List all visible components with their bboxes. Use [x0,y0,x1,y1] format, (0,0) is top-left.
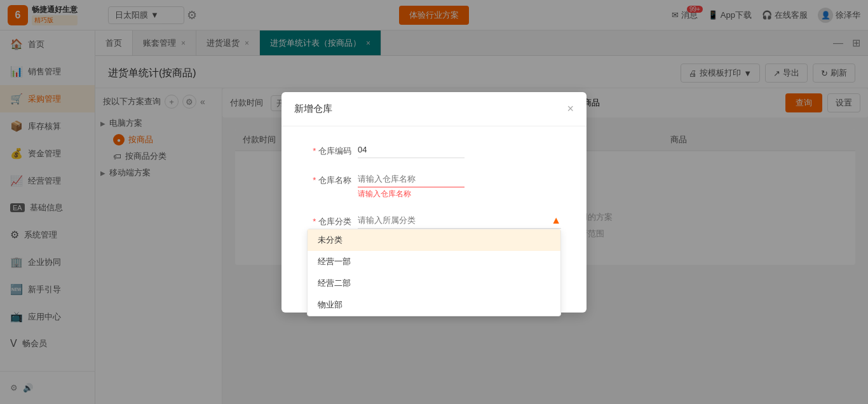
warehouse-code-input[interactable] [358,142,465,158]
category-option-dept2[interactable]: 经营二部 [308,273,560,294]
form-row-name: 仓库名称 请输入仓库名称 [307,171,561,199]
modal-body: 仓库编码 仓库名称 请输入仓库名称 仓库分类 [281,126,587,273]
category-option-dept1[interactable]: 经营一部 [308,251,560,273]
warehouse-name-error: 请输入仓库名称 [307,189,411,199]
modal-close-button[interactable]: × [567,102,574,116]
modal-overlay[interactable]: 新增仓库 × 仓库编码 仓库名称 请输入仓库名称 [0,0,868,404]
warehouse-modal: 新增仓库 × 仓库编码 仓库名称 请输入仓库名称 [281,92,587,313]
category-option-dept3[interactable]: 物业部 [308,294,560,316]
category-dropdown-arrow[interactable]: ▲ [551,215,561,226]
modal-title: 新增仓库 [294,103,332,115]
form-row-category: 仓库分类 ▲ 未分类 经营一部 经营二部 物业部 [307,212,561,229]
modal-header: 新增仓库 × [281,92,587,126]
warehouse-name-input[interactable] [358,171,465,187]
category-dropdown-wrapper: ▲ 未分类 经营一部 经营二部 物业部 [358,212,561,229]
category-dropdown-list: 未分类 经营一部 经营二部 物业部 [307,229,561,316]
warehouse-category-label: 仓库分类 [307,212,358,227]
form-row-code: 仓库编码 [307,142,561,158]
category-option-uncategorized[interactable]: 未分类 [308,229,560,251]
category-input[interactable] [358,212,561,229]
warehouse-code-label: 仓库编码 [307,142,358,157]
form-row-name-inner: 仓库名称 [307,171,465,187]
warehouse-name-label: 仓库名称 [307,171,358,186]
warehouse-name-wrapper [358,171,465,187]
warehouse-code-wrapper [358,142,561,158]
